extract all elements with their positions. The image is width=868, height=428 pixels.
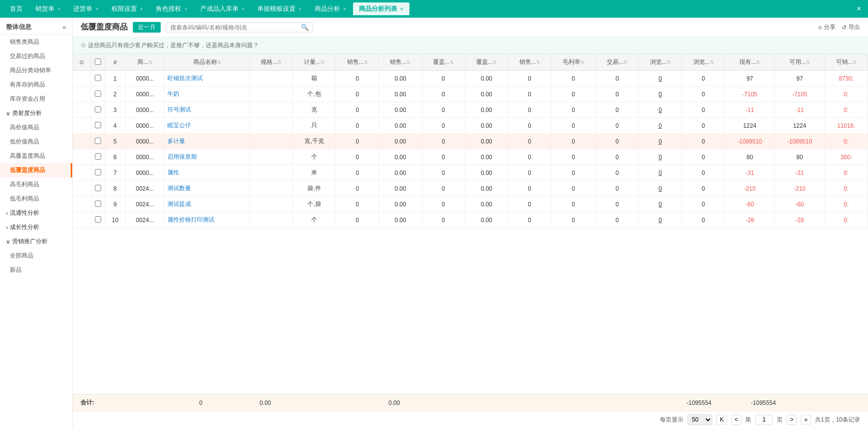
row-checkbox-cell[interactable]: [91, 118, 105, 134]
row-browse1-cell[interactable]: 0: [639, 134, 682, 149]
sales-amt-column-header[interactable]: 销售...⇅: [379, 54, 422, 71]
settings-column-header[interactable]: ⚙: [73, 54, 91, 71]
close-all-button[interactable]: ×: [854, 4, 864, 13]
row-browse1-cell[interactable]: 0: [639, 197, 682, 212]
gross-column-header[interactable]: 毛利率⇅: [551, 54, 596, 71]
nav-product-analysis[interactable]: 商品分析 ×: [309, 2, 352, 15]
checkbox-column-header[interactable]: [91, 54, 105, 71]
page-number-input[interactable]: [755, 415, 773, 425]
sales-x-column-header[interactable]: 销售...⇅: [508, 54, 551, 71]
next-page-button[interactable]: >: [787, 415, 797, 425]
row-name-cell[interactable]: 符号测试: [164, 102, 250, 118]
sidebar-collapse-icon[interactable]: «: [62, 23, 66, 31]
row-checkbox[interactable]: [95, 122, 101, 128]
browse1-column-header[interactable]: 浏览...⇅: [639, 54, 682, 71]
prev-page-button[interactable]: <: [731, 415, 741, 425]
row-checkbox[interactable]: [95, 138, 101, 144]
row-checkbox[interactable]: [95, 106, 101, 113]
sidebar-item-sales-products[interactable]: 销售类商品: [0, 35, 72, 49]
sidebar-item-traded-products[interactable]: 交易过的商品: [0, 49, 72, 63]
row-name-cell[interactable]: 属性价格打印测试: [164, 212, 250, 228]
sidebar-item-high-margin[interactable]: 高毛利商品: [0, 177, 72, 192]
row-browse1-cell[interactable]: 0: [639, 71, 682, 86]
search-input[interactable]: [170, 24, 299, 31]
row-checkbox-cell[interactable]: [91, 149, 105, 165]
sidebar-item-all-products[interactable]: 全部商品: [0, 249, 72, 263]
settings-icon[interactable]: ⚙: [79, 59, 84, 66]
export-button[interactable]: ↺ 导出: [841, 23, 860, 31]
row-checkbox-cell[interactable]: [91, 165, 105, 181]
sidebar-item-high-value[interactable]: 高价值商品: [0, 120, 72, 135]
row-browse1-cell[interactable]: 0: [639, 149, 682, 165]
row-checkbox[interactable]: [95, 200, 101, 207]
row-checkbox-cell[interactable]: [91, 134, 105, 149]
available-column-header[interactable]: 可用...⇅: [775, 54, 825, 71]
close-icon[interactable]: ×: [140, 6, 143, 12]
row-checkbox-cell[interactable]: [91, 181, 105, 197]
row-name-cell[interactable]: 旺铺批次测试: [164, 71, 250, 86]
row-checkbox[interactable]: [95, 153, 101, 160]
row-name-cell[interactable]: 眠宝公仔: [164, 118, 250, 134]
row-browse1-cell[interactable]: 0: [639, 102, 682, 118]
table-wrapper[interactable]: ⚙ # 商...⇅ 商品名称⇅ 规格...⇅ 计量...⇅ 销售...⇅ 销售.…: [73, 54, 868, 394]
row-name-cell[interactable]: 启用保质期: [164, 149, 250, 165]
sidebar-item-in-stock[interactable]: 有库存的商品: [0, 78, 72, 92]
row-checkbox[interactable]: [95, 169, 101, 175]
nav-finished-goods[interactable]: 产成品入库单 ×: [194, 2, 250, 15]
row-browse1-cell[interactable]: 0: [639, 86, 682, 102]
close-icon[interactable]: ×: [343, 6, 346, 12]
current-column-header[interactable]: 现有...⇅: [725, 54, 775, 71]
filter-recent-month-button[interactable]: 近一月: [133, 22, 161, 33]
per-page-select[interactable]: 50 100 200: [687, 414, 712, 425]
sidebar-group-category-analysis[interactable]: ∨ 类射度分析: [0, 106, 72, 120]
row-checkbox[interactable]: [95, 216, 101, 223]
nav-sales-order[interactable]: 销货单 ×: [29, 2, 66, 15]
row-name-cell[interactable]: 属性: [164, 165, 250, 181]
row-checkbox-cell[interactable]: [91, 212, 105, 228]
spec-column-header[interactable]: 规格...⇅: [249, 54, 293, 71]
row-checkbox-cell[interactable]: [91, 86, 105, 102]
nav-product-analysis-list[interactable]: 商品分析列表 ×: [353, 2, 409, 15]
row-checkbox[interactable]: [95, 90, 101, 97]
name-column-header[interactable]: 商品名称⇅: [164, 54, 250, 71]
cover2-column-header[interactable]: 覆盖...⇅: [465, 54, 508, 71]
row-browse1-cell[interactable]: 0: [639, 212, 682, 228]
close-icon[interactable]: ×: [95, 6, 98, 12]
row-browse1-cell[interactable]: 0: [639, 118, 682, 134]
sidebar-group-circulation[interactable]: › 流通性分析: [0, 206, 72, 220]
share-button[interactable]: ⎋ 分享: [818, 23, 836, 31]
nav-template-settings[interactable]: 单据模板设置 ×: [251, 2, 307, 15]
close-icon[interactable]: ×: [57, 6, 60, 12]
row-checkbox[interactable]: [95, 75, 101, 81]
nav-permission-settings[interactable]: 权限设置 ×: [106, 2, 149, 15]
sidebar-item-low-margin[interactable]: 低毛利商品: [0, 192, 72, 206]
nav-purchase-order[interactable]: 进货单 ×: [67, 2, 104, 15]
first-page-button[interactable]: K: [716, 415, 727, 425]
row-checkbox-cell[interactable]: [91, 197, 105, 212]
code-column-header[interactable]: 商...⇅: [125, 54, 164, 71]
sidebar-item-high-coverage[interactable]: 高覆盖度商品: [0, 149, 72, 163]
row-browse1-cell[interactable]: 0: [639, 165, 682, 181]
sidebar-item-stock-capital[interactable]: 库存资金占用: [0, 92, 72, 106]
row-name-cell[interactable]: 测试数量: [164, 181, 250, 197]
sidebar-group-growth[interactable]: › 成长性分析: [0, 220, 72, 234]
row-name-cell[interactable]: 牛奶: [164, 86, 250, 102]
sidebar-item-low-value[interactable]: 低价值商品: [0, 135, 72, 149]
unit-column-header[interactable]: 计量...⇅: [293, 54, 336, 71]
close-icon[interactable]: ×: [184, 6, 187, 12]
row-checkbox[interactable]: [95, 185, 101, 191]
sidebar-item-low-coverage[interactable]: 低覆盖度商品: [0, 163, 72, 177]
last-page-button[interactable]: »: [801, 415, 811, 425]
close-icon[interactable]: ×: [400, 6, 403, 12]
sidebar-item-category-rate[interactable]: 商品分类动销率: [0, 63, 72, 78]
row-name-cell[interactable]: 测试提成: [164, 197, 250, 212]
nav-role-auth[interactable]: 角色授权 ×: [150, 2, 193, 15]
sales-qty-column-header[interactable]: 销售...⇅: [336, 54, 379, 71]
trade-column-header[interactable]: 交易...⇅: [596, 54, 639, 71]
row-checkbox-cell[interactable]: [91, 71, 105, 86]
row-checkbox-cell[interactable]: [91, 102, 105, 118]
sellable-column-header[interactable]: 可销...⇅: [825, 54, 868, 71]
browse2-column-header[interactable]: 浏览...⇅: [682, 54, 725, 71]
close-icon[interactable]: ×: [298, 6, 301, 12]
nav-home[interactable]: 首页: [4, 2, 28, 15]
